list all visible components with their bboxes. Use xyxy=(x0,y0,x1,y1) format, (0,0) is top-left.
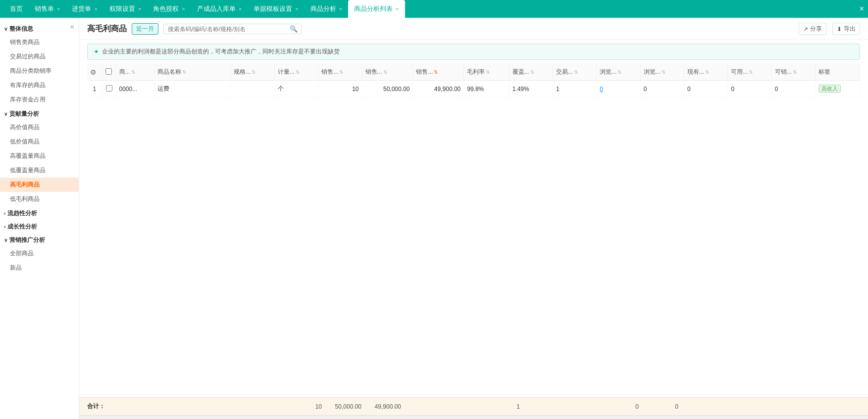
footer-sales-amount: 50,000.00 xyxy=(325,403,364,410)
sidebar-group-contribution[interactable]: ∨ 贡献量分析 xyxy=(0,107,79,120)
header-actions: ↗ 分享 ⬇ 导出 xyxy=(799,23,860,35)
horizontal-scrollbar[interactable] xyxy=(79,415,868,419)
sidebar-item-traded-goods[interactable]: 交易过的商品 xyxy=(0,49,79,64)
sort-icon[interactable]: ⇅ xyxy=(339,69,343,75)
tab-sales-order[interactable]: 销售单 × xyxy=(29,0,66,18)
row-checkbox-cell xyxy=(102,81,116,97)
tab-home[interactable]: 首页 xyxy=(4,0,29,18)
sort-icon[interactable]: ⇅ xyxy=(617,69,621,75)
col-gross-margin: 毛利率⇅ xyxy=(464,64,509,81)
sidebar-group-overall[interactable]: ∨ 整体信息 xyxy=(0,22,79,35)
export-button[interactable]: ⬇ 导出 xyxy=(832,23,860,35)
close-all-button[interactable]: × xyxy=(860,4,864,13)
sort-icon[interactable]: ⇅ xyxy=(252,69,255,75)
tab-role-auth[interactable]: 角色授权 × xyxy=(147,0,191,18)
footer-available: 0 xyxy=(642,403,681,410)
footer-current-stock: 0 xyxy=(602,403,642,410)
sidebar-item-instock-goods[interactable]: 有库存的商品 xyxy=(0,78,79,93)
footer-label: 合计： xyxy=(87,402,147,411)
col-name: 商品名称⇅ xyxy=(154,64,231,81)
sidebar-item-sales-goods[interactable]: 销售类商品 xyxy=(0,35,79,49)
sort-icon[interactable]: ⇅ xyxy=(131,69,135,75)
sidebar-item-all-goods[interactable]: 全部商品 xyxy=(0,246,79,261)
select-all-checkbox[interactable] xyxy=(105,68,112,75)
col-browse2: 浏览...⇅ xyxy=(640,64,684,81)
row-sellable: 0 xyxy=(771,81,815,97)
row-checkbox[interactable] xyxy=(106,85,112,92)
close-icon[interactable]: × xyxy=(396,6,399,12)
sidebar-group-marketing[interactable]: ∨ 营销推广分析 xyxy=(0,233,79,246)
col-spec: 规格...⇅ xyxy=(231,64,274,81)
search-input[interactable] xyxy=(168,26,290,33)
row-current-stock: 0 xyxy=(684,81,728,97)
chevron-down-icon: ∨ xyxy=(4,26,7,32)
sort-icon[interactable]: ⇅ xyxy=(296,69,300,75)
sidebar-item-category-rate[interactable]: 商品分类助销率 xyxy=(0,64,79,78)
sort-icon[interactable]: ⇅ xyxy=(705,69,709,75)
close-icon[interactable]: × xyxy=(239,6,242,12)
tab-template-settings[interactable]: 单据模板设置 × xyxy=(248,0,304,18)
sort-icon[interactable]: ⇅ xyxy=(383,69,387,75)
table-container: ⚙ 商...⇅ 商品名称⇅ 规格...⇅ xyxy=(79,64,868,397)
sidebar-collapse-button[interactable]: « xyxy=(68,22,77,31)
sidebar-item-new-goods[interactable]: 新品 xyxy=(0,261,79,275)
close-icon[interactable]: × xyxy=(182,6,185,12)
tab-purchase-order[interactable]: 进货单 × xyxy=(66,0,103,18)
col-settings[interactable]: ⚙ xyxy=(87,64,102,81)
table-row: 1 0000... 运费 个 10 50,000.00 49,900.00 99… xyxy=(87,81,860,97)
sidebar-item-high-coverage[interactable]: 高覆盖量商品 xyxy=(0,149,79,163)
data-table: ⚙ 商...⇅ 商品名称⇅ 规格...⇅ xyxy=(87,64,860,97)
sidebar-group-trend[interactable]: › 流趋性分析 xyxy=(0,206,79,220)
sidebar-item-high-value[interactable]: 高价值商品 xyxy=(0,120,79,135)
sort-icon[interactable]: ⇅ xyxy=(486,69,490,75)
sidebar-item-stock-funds[interactable]: 库存资金占用 xyxy=(0,93,79,107)
sidebar-item-high-margin[interactable]: 高毛利商品 xyxy=(0,178,79,192)
col-unit: 计量...⇅ xyxy=(274,64,318,81)
sidebar-group-growth[interactable]: › 成长性分析 xyxy=(0,220,79,233)
row-gross-margin: 99.8% xyxy=(464,81,509,97)
share-icon: ↗ xyxy=(803,26,808,33)
time-filter-last-month[interactable]: 近一月 xyxy=(132,23,158,35)
row-code: 0000... xyxy=(116,81,154,97)
row-name: 运费 xyxy=(154,81,231,97)
close-icon[interactable]: × xyxy=(339,6,342,12)
col-sales-qty: 销售...⇅ xyxy=(318,64,362,81)
row-coverage: 1.49% xyxy=(509,81,553,97)
table-header-row: ⚙ 商...⇅ 商品名称⇅ 规格...⇅ xyxy=(87,64,860,81)
sort-icon[interactable]: ⇅ xyxy=(434,69,438,75)
sidebar-item-low-margin[interactable]: 低毛利商品 xyxy=(0,192,79,206)
sidebar-item-low-coverage[interactable]: 低覆盖量商品 xyxy=(0,163,79,178)
row-sales-amount: 50,000.00 xyxy=(362,81,413,97)
close-icon[interactable]: × xyxy=(295,6,298,12)
sort-icon[interactable]: ⇅ xyxy=(574,69,578,75)
sort-icon[interactable]: ⇅ xyxy=(749,69,753,75)
col-sales-profit: 销售...⇅ xyxy=(413,64,464,81)
sort-icon[interactable]: ⇅ xyxy=(530,69,534,75)
browse1-link[interactable]: 0 xyxy=(600,86,603,93)
close-icon[interactable]: × xyxy=(94,6,97,12)
tab-product-inbound[interactable]: 产成品入库单 × xyxy=(191,0,248,18)
col-tag: 标签 xyxy=(816,64,860,81)
sort-icon[interactable]: ⇅ xyxy=(182,69,186,75)
tag-badge: 高收入 xyxy=(818,85,841,93)
share-button[interactable]: ↗ 分享 xyxy=(799,23,826,35)
content-header: 高毛利商品 近一月 🔍 ↗ 分享 ⬇ 导出 xyxy=(79,18,868,40)
row-sales-profit: 49,900.00 xyxy=(413,81,464,97)
col-current-stock: 现有...⇅ xyxy=(684,64,728,81)
gear-icon[interactable]: ⚙ xyxy=(90,68,97,76)
col-sales-amount: 销售...⇅ xyxy=(362,64,413,81)
search-icon[interactable]: 🔍 xyxy=(290,25,298,33)
tab-product-analysis[interactable]: 商品分析 × xyxy=(305,0,348,18)
sort-icon[interactable]: ⇅ xyxy=(662,69,665,75)
close-icon[interactable]: × xyxy=(138,6,141,12)
close-icon[interactable]: × xyxy=(57,6,60,12)
row-spec xyxy=(231,81,274,97)
footer-totals-bar: 合计： 10 50,000.00 49,900.00 1 0 0 xyxy=(79,397,868,415)
tab-product-analysis-list[interactable]: 商品分析列表 × xyxy=(348,0,405,18)
search-box: 🔍 xyxy=(163,24,302,34)
sort-icon[interactable]: ⇅ xyxy=(793,69,797,75)
chevron-right-icon: › xyxy=(4,211,5,216)
sidebar-item-low-value[interactable]: 低价值商品 xyxy=(0,135,79,149)
tab-permission-settings[interactable]: 权限设置 × xyxy=(103,0,147,18)
col-coverage: 覆盖...⇅ xyxy=(509,64,553,81)
